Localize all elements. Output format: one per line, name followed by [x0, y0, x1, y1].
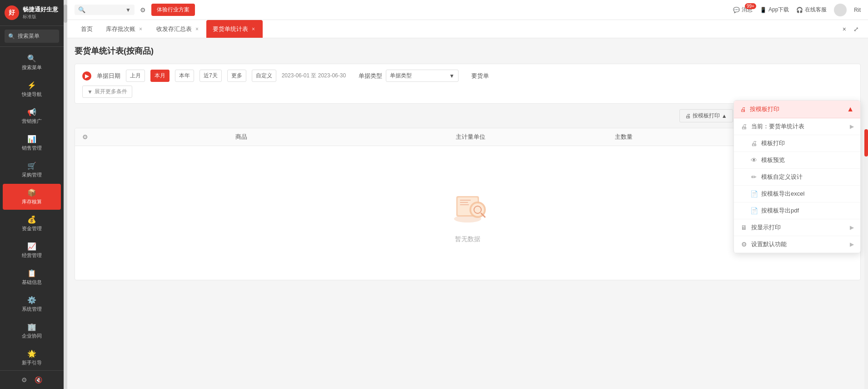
maximize-button[interactable]: ⤢ [852, 24, 861, 35]
dropdown-display-print[interactable]: 🖥 按显示打印 ▶ [734, 219, 860, 236]
dropdown-header: 🖨 按模板打印 ▲ [734, 101, 860, 118]
logo-text: 畅捷通好生意 标准版 [23, 6, 58, 20]
sidebar-item-finance[interactable]: 💰 资金管理 [3, 211, 61, 237]
header-gear-button[interactable]: ⚙ [140, 6, 146, 14]
operations-label: 经营管理 [22, 252, 42, 259]
sidebar-search-area: 🔍 搜索菜单 [0, 26, 64, 47]
type-filter-select[interactable]: 单据类型 ▼ [386, 70, 459, 82]
sidebar-item-sales[interactable]: 📊 销售管理 [3, 130, 61, 156]
tabs-right-buttons: × ⤢ [841, 24, 861, 35]
sidebar-scrollbar[interactable] [64, 0, 67, 389]
type-filter-label: 单据类型 [359, 72, 382, 80]
expand-more-button[interactable]: ▼ 展开更多条件 [82, 86, 132, 98]
tab-collect-close[interactable]: × [195, 26, 200, 32]
sidebar-item-marketing[interactable]: 📢 营销推广 [3, 103, 61, 129]
dropdown-current-item[interactable]: 🖨 当前：要货单统计表 ▶ [734, 118, 860, 135]
finance-label: 资金管理 [22, 225, 42, 232]
tab-batch[interactable]: 库存批次账 × [100, 20, 150, 38]
print-template-button[interactable]: 🖨 按模板打印 ▲ [679, 109, 733, 122]
current-icon: 🖨 [740, 123, 748, 130]
sidebar-item-system[interactable]: ⚙️ 系统管理 [3, 291, 61, 317]
logo-icon: 好 [5, 5, 19, 20]
col-header-unit: 主计量单位 [394, 133, 547, 141]
service-label: 在线客服 [805, 6, 827, 14]
column-settings-button[interactable]: ⚙ [82, 133, 88, 141]
dropdown-template-preview[interactable]: 👁 模板预览 [734, 152, 860, 169]
tab-batch-close[interactable]: × [138, 26, 143, 32]
search-icon: 🔍 [8, 33, 15, 40]
close-tab-button[interactable]: × [841, 24, 848, 35]
basic-label: 基础信息 [22, 279, 42, 286]
shortcut-label: 快捷导航 [22, 91, 42, 98]
expand-more-label: 展开更多条件 [95, 88, 127, 96]
sidebar-item-guide[interactable]: 🌟 新手引导 [3, 345, 61, 370]
dropdown-template-print[interactable]: 🖨 模板打印 [734, 135, 860, 152]
date-this-month[interactable]: 本月 [150, 70, 170, 82]
top-header: 🔍 ▼ ⚙ 体验行业方案 💬 消息 99+ 📱 App下载 🎧 在线客服 Rit [67, 0, 868, 20]
default-func-icon: ⚙ [740, 241, 748, 248]
username-label[interactable]: Rit [854, 7, 861, 13]
settings-bottom-icon[interactable]: ⚙ [20, 374, 29, 385]
dropdown-close-button[interactable]: ▲ [847, 105, 854, 113]
display-print-icon: 🖥 [740, 224, 748, 231]
purchase-label: 采购管理 [22, 172, 42, 178]
template-print-icon: 🖨 [750, 140, 758, 147]
operations-icon: 📈 [27, 242, 36, 251]
dropdown-default-left: ⚙ 设置默认功能 [740, 240, 787, 248]
marketing-icon: 📢 [27, 108, 36, 116]
dropdown-template-excel[interactable]: 📄 按模板导出excel [734, 186, 860, 202]
dropdown-header-left: 🖨 按模板打印 [740, 105, 779, 113]
date-more[interactable]: 更多 [227, 70, 246, 82]
filter-expand-row: ▼ 展开更多条件 [82, 86, 853, 98]
order-type-filter-group: 要货单 [471, 72, 489, 80]
date-this-year[interactable]: 本年 [175, 70, 194, 82]
header-message[interactable]: 💬 消息 99+ [733, 6, 753, 14]
dropdown-template-custom[interactable]: ✏ 模板自定义设计 [734, 169, 860, 186]
dropdown-print-icon: 🖨 [740, 106, 746, 113]
tab-home[interactable]: 首页 [75, 20, 100, 38]
sidebar-bottom: ⚙ 🔇 [0, 370, 64, 389]
sidebar-item-inventory[interactable]: 📦 库存核算 [3, 184, 61, 210]
date-last-month[interactable]: 上月 [126, 70, 145, 82]
template-preview-label: 模板预览 [761, 156, 785, 164]
sales-icon: 📊 [27, 135, 36, 143]
search-label: 搜索菜单 [22, 64, 42, 71]
mute-bottom-icon[interactable]: 🔇 [33, 374, 44, 385]
industry-button[interactable]: 体验行业方案 [151, 4, 195, 16]
display-print-label: 按显示打印 [751, 223, 781, 232]
logo-main-title: 畅捷通好生意 [23, 6, 58, 14]
dropdown-template-pdf[interactable]: 📄 按模板导出pdf [734, 202, 860, 219]
sidebar-item-shortcut[interactable]: ⚡ 快捷导航 [3, 76, 61, 102]
sidebar-item-purchase[interactable]: 🛒 采购管理 [3, 157, 61, 183]
dropdown-default-func[interactable]: ⚙ 设置默认功能 ▶ [734, 236, 860, 253]
header-online-service[interactable]: 🎧 在线客服 [796, 6, 827, 14]
user-avatar[interactable] [834, 4, 847, 16]
sidebar-item-basic[interactable]: 📋 基础信息 [3, 264, 61, 290]
sidebar-item-operations[interactable]: 📈 经营管理 [3, 237, 61, 263]
message-badge: 99+ [745, 3, 756, 9]
tab-order-stats[interactable]: 要货单统计表 × [206, 20, 263, 38]
filter-expand-button[interactable]: ▶ [82, 71, 91, 81]
date-7days[interactable]: 近7天 [200, 70, 222, 82]
header-right: 💬 消息 99+ 📱 App下载 🎧 在线客服 Rit [733, 4, 861, 16]
empty-text: 暂无数据 [455, 235, 480, 243]
search-menu-button[interactable]: 🔍 搜索菜单 [5, 30, 59, 43]
finance-icon: 💰 [27, 215, 36, 224]
inventory-label: 库存核算 [22, 198, 42, 205]
header-search-icon: 🔍 [78, 6, 85, 13]
tabs-bar: 首页 库存批次账 × 收发存汇总表 × 要货单统计表 × × ⤢ [67, 20, 868, 38]
tab-order-stats-close[interactable]: × [251, 26, 256, 32]
date-custom[interactable]: 自定义 [252, 70, 276, 82]
sidebar-item-enterprise[interactable]: 🏢 企业协同 [3, 318, 61, 344]
header-app-download[interactable]: 📱 App下载 [760, 6, 789, 14]
filter-row-1: ▶ 单据日期 上月 本月 本年 近7天 更多 自定义 2023-06-01 至 … [82, 70, 853, 82]
page-scrollbar[interactable] [864, 129, 868, 389]
print-icon: 🖨 [685, 113, 691, 119]
basic-icon: 📋 [27, 269, 36, 278]
sidebar-item-search[interactable]: 🔍 搜索菜单 [3, 50, 61, 76]
svg-rect-8 [460, 202, 468, 203]
header-search-input[interactable] [87, 7, 124, 13]
tab-collect[interactable]: 收发存汇总表 × [150, 20, 206, 38]
enterprise-icon: 🏢 [27, 323, 36, 331]
header-search-dropdown[interactable]: ▼ [125, 7, 131, 13]
